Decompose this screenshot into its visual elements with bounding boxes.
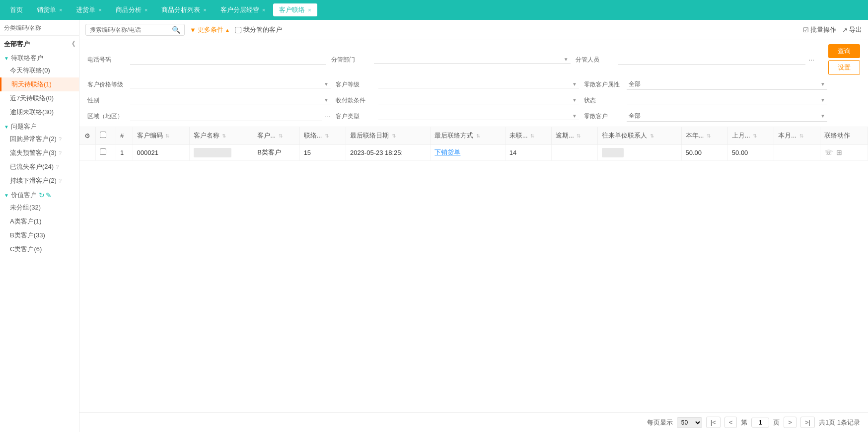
sidebar-item-today[interactable]: 今天待联络(0) — [0, 64, 79, 77]
help-icon-3[interactable]: ? — [56, 164, 59, 170]
filter-phone-label: 电话号码 — [87, 56, 127, 64]
last-contact-method-column-header[interactable]: 最后联络方式 ⇅ — [431, 127, 505, 144]
row-this-month-cell — [774, 144, 820, 161]
filter-retail-customer-dropdown[interactable]: 全部 ▼ — [627, 111, 827, 122]
edit-value-icon[interactable]: ✎ — [46, 191, 52, 199]
gear-column-header[interactable]: ⚙ — [79, 127, 95, 144]
phone-action-icon[interactable]: ☏ — [824, 148, 833, 156]
filter-price-level-cell: 客户价格等级 ▼ — [87, 80, 336, 89]
batch-op-btn[interactable]: ☑ 批量操作 — [803, 25, 836, 34]
no-contact-sort-icon: ⇅ — [530, 133, 534, 139]
no-contact-column-header[interactable]: 未联... ⇅ — [505, 127, 551, 144]
query-button[interactable]: 查询 — [828, 44, 860, 58]
sidebar-item-c-class[interactable]: C类客户(6) — [0, 242, 79, 256]
filter-retail-attr-cell: 零散客户属性 全部 ▼ — [584, 79, 832, 90]
filter-price-level-dropdown[interactable]: ▼ — [130, 80, 331, 88]
filter-dept-dropdown[interactable]: ▼ — [374, 56, 570, 64]
search-input-wrap: 🔍 — [85, 24, 185, 36]
checkbox-column-header — [95, 127, 116, 144]
filter-cust-level-dropdown[interactable]: ▼ — [378, 80, 579, 88]
filter-status-dropdown[interactable]: ▼ — [627, 96, 827, 104]
filter-gender-label: 性别 — [87, 96, 127, 105]
search-input[interactable] — [90, 26, 170, 33]
checkbox-icon: ☑ — [803, 26, 809, 34]
last-page-button[interactable]: >| — [800, 417, 815, 428]
filter-phone-input[interactable] — [130, 55, 326, 65]
nav-home[interactable]: 首页 — [4, 3, 29, 16]
sidebar-item-ungrouped[interactable]: 未分组(32) — [0, 201, 79, 215]
close-product-icon[interactable]: × — [145, 7, 147, 13]
filter-status-cell: 状态 ▼ — [584, 96, 832, 105]
content-area: 🔍 ▼ 更多条件 ▲ 我分管的客户 ☑ 批量操作 ↗ 导出 — [79, 20, 868, 432]
filter-retail-customer-cell: 零散客户 全部 ▼ — [584, 111, 832, 122]
my-customers-checkbox[interactable] — [235, 27, 241, 33]
export-btn[interactable]: ↗ 导出 — [842, 25, 862, 34]
close-product-list-icon[interactable]: × — [203, 7, 206, 13]
close-sales-icon[interactable]: × — [59, 7, 62, 13]
per-page-select[interactable]: 50 100 200 — [677, 417, 702, 428]
nav-purchase[interactable]: 进货单 × — [70, 3, 107, 16]
collapse-sidebar-icon[interactable]: 《 — [69, 40, 75, 49]
sidebar-item-abnormal[interactable]: 回购异常客户(2) ? — [0, 132, 79, 146]
sidebar-item-churned[interactable]: 已流失客户(24) ? — [0, 160, 79, 174]
filter-cust-type-dropdown[interactable]: ▼ — [378, 112, 579, 120]
price-chevron-icon: ▼ — [324, 81, 329, 87]
my-customers-checkbox-wrap[interactable]: 我分管的客户 — [235, 25, 282, 34]
this-month-column-header[interactable]: 本月... ⇅ — [774, 127, 820, 144]
sidebar-item-churn-warn[interactable]: 流失预警客户(3) ? — [0, 146, 79, 160]
filter-cust-level-label: 客户等级 — [336, 80, 375, 89]
nav-customer-contact[interactable]: 客户联络 × — [273, 3, 317, 16]
overdue-column-header[interactable]: 逾期... ⇅ — [551, 127, 597, 144]
contact-method-link[interactable]: 下销货单 — [434, 148, 460, 156]
sidebar-item-overdue[interactable]: 逾期未联络(30) — [0, 105, 79, 119]
type-column-header[interactable]: 客户... ⇅ — [253, 127, 299, 144]
last-contact-date-column-header[interactable]: 最后联络日期 ⇅ — [346, 127, 431, 144]
more-conditions-btn[interactable]: ▼ 更多条件 ▲ — [190, 25, 230, 34]
grid-action-icon[interactable]: ⊞ — [836, 148, 842, 156]
help-icon-4[interactable]: ? — [59, 178, 62, 184]
search-submit-icon[interactable]: 🔍 — [172, 26, 180, 34]
filter-region-input[interactable] — [130, 112, 322, 121]
org-contact-column-header[interactable]: 往来单位联系人 ⇅ — [598, 127, 681, 144]
nav-product-analysis-list[interactable]: 商品分析列表 × — [155, 3, 212, 16]
set-button[interactable]: 设置 — [828, 60, 860, 75]
filter-payment-dropdown[interactable]: ▼ — [378, 96, 579, 104]
page-prefix-label: 第 — [741, 418, 747, 427]
name-column-header[interactable]: 客户名称 ⇅ — [189, 127, 253, 144]
nav-sales[interactable]: 销货单 × — [31, 3, 68, 16]
next-page-button[interactable]: > — [784, 417, 796, 428]
sidebar-item-tomorrow[interactable]: 明天待联络(1) — [0, 77, 79, 91]
sidebar-item-declining[interactable]: 持续下滑客户(2) ? — [0, 174, 79, 188]
contact-column-header[interactable]: 联络... ⇅ — [299, 127, 346, 144]
filter-retail-attr-dropdown[interactable]: 全部 ▼ — [627, 79, 827, 90]
manager-dots-icon[interactable]: ··· — [808, 56, 814, 64]
filter-phone-cell: 电话号码 — [87, 55, 331, 65]
filter-gender-dropdown[interactable]: ▼ — [130, 96, 331, 104]
code-column-header[interactable]: 客户编码 ⇅ — [133, 127, 189, 144]
help-icon-2[interactable]: ? — [59, 150, 62, 156]
group-problem-customers: ▼ 问题客户 — [0, 119, 79, 132]
first-page-button[interactable]: |< — [706, 417, 721, 428]
sidebar-search-input[interactable] — [4, 24, 78, 31]
close-purchase-icon[interactable]: × — [98, 7, 101, 13]
select-all-checkbox[interactable] — [100, 132, 106, 138]
sidebar-item-7days[interactable]: 近7天待联络(0) — [0, 91, 79, 105]
nav-customer-tier[interactable]: 客户分层经营 × — [215, 3, 271, 16]
row-last-contact-method-cell: 下销货单 — [431, 144, 505, 161]
filter-manager-input[interactable] — [618, 55, 806, 65]
refresh-value-icon[interactable]: ↻ — [39, 191, 45, 199]
sidebar-item-a-class[interactable]: A类客户(1) — [0, 215, 79, 228]
row-no-contact-cell: 14 — [505, 144, 551, 161]
row-checkbox[interactable] — [100, 148, 106, 155]
close-contact-icon[interactable]: × — [308, 7, 311, 13]
page-number-input[interactable] — [751, 418, 769, 428]
region-dots-icon[interactable]: ··· — [325, 112, 331, 120]
sidebar-item-b-class[interactable]: B类客户(33) — [0, 228, 79, 242]
close-tier-icon[interactable]: × — [262, 7, 265, 13]
help-icon-1[interactable]: ? — [59, 136, 62, 142]
prev-page-button[interactable]: < — [724, 417, 737, 428]
last-month-column-header[interactable]: 上月... ⇅ — [727, 127, 774, 144]
this-year-column-header[interactable]: 本年... ⇅ — [681, 127, 727, 144]
arrow-icon: ▼ — [4, 56, 9, 61]
nav-product-analysis[interactable]: 商品分析 × — [110, 3, 153, 16]
